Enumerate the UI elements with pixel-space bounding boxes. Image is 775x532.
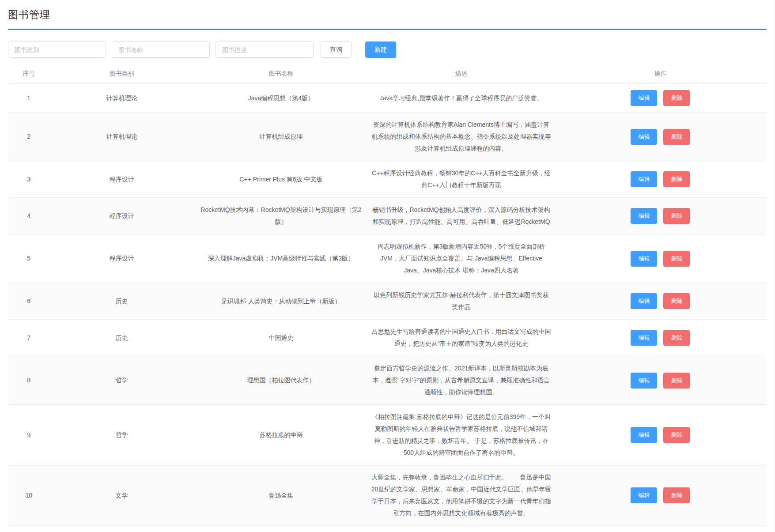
- column-header-1: 图书类别: [49, 64, 193, 84]
- row-book-name: Java编程思想（第4版）: [194, 84, 368, 113]
- row-category: 程序设计: [49, 198, 193, 234]
- delete-button[interactable]: 删除: [663, 171, 690, 187]
- row-actions: 编辑删除: [554, 84, 767, 113]
- row-book-name: 苏格拉底的申辩: [194, 405, 368, 465]
- table-row: 8哲学理想国（柏拉图代表作）奠定西方哲学史的源流之作。2021新译本，以斯灵斯校…: [8, 356, 767, 405]
- row-seq: 6: [8, 283, 49, 320]
- row-seq: 8: [8, 356, 49, 405]
- column-header-0: 序号: [8, 64, 49, 84]
- row-category: 计算机理论: [49, 113, 193, 161]
- delete-button[interactable]: 删除: [663, 251, 690, 267]
- row-seq: 1: [8, 84, 49, 113]
- row-book-name: 鲁迅全集: [194, 465, 368, 526]
- category-filter-input[interactable]: [8, 42, 106, 58]
- table-row: 3程序设计C++ Primer Plus 第6版 中文版C++程序设计经典教程，…: [8, 161, 767, 198]
- edit-button[interactable]: 编辑: [631, 90, 657, 106]
- row-description: 以色列新锐历史学家尤瓦尔·赫拉利代表作，第十届文津图书奖获奖作品: [368, 283, 554, 320]
- edit-button[interactable]: 编辑: [631, 330, 657, 346]
- toolbar: 查询 新建: [8, 42, 767, 58]
- row-category: 哲学: [49, 405, 193, 465]
- row-description: 大师全集，完整收录，鲁迅毕生之心血尽归于此。 鲁迅是中国20世纪的文学家、思想家…: [368, 465, 554, 526]
- row-book-name: 理想国（柏拉图代表作）: [194, 356, 368, 405]
- column-header-4: 操作: [554, 64, 767, 84]
- row-seq: 3: [8, 161, 49, 198]
- row-actions: 编辑删除: [554, 283, 767, 320]
- row-book-name: C++ Primer Plus 第6版 中文版: [194, 161, 368, 198]
- table-header-row: 序号图书类别图书名称描述操作: [8, 64, 767, 84]
- row-description: Java学习经典,殿堂级著作！赢得了全球程序员的广泛赞誉。: [368, 84, 554, 113]
- name-filter-input[interactable]: [112, 42, 210, 58]
- table-row: 4程序设计RocketMQ技术内幕：RocketMQ架构设计与实现原理（第2版）…: [8, 198, 767, 234]
- row-seq: 5: [8, 234, 49, 283]
- row-actions: 编辑删除: [554, 320, 767, 356]
- row-seq: 7: [8, 320, 49, 356]
- desc-filter-input[interactable]: [215, 42, 314, 58]
- row-description: 周志明虚拟机新作，第3版新增内容近50%，5个维度全面剖析JVM，大厂面试知识点…: [368, 234, 554, 283]
- delete-button[interactable]: 删除: [663, 427, 690, 443]
- row-seq: 2: [8, 113, 49, 161]
- row-description: 吕思勉先生写给普通读者的中国通史入门书，用白话文写成的中国通史，把历史从“帝王的…: [368, 320, 554, 356]
- row-book-name: 中国通史: [194, 320, 368, 356]
- title-divider: [8, 29, 767, 30]
- table-row: 1计算机理论Java编程思想（第4版）Java学习经典,殿堂级著作！赢得了全球程…: [8, 84, 767, 113]
- row-category: 历史: [49, 283, 193, 320]
- row-category: 历史: [49, 320, 193, 356]
- books-table: 序号图书类别图书名称描述操作 1计算机理论Java编程思想（第4版）Java学习…: [8, 64, 767, 526]
- row-category: 程序设计: [49, 161, 193, 198]
- row-category: 哲学: [49, 356, 193, 405]
- row-seq: 10: [8, 465, 49, 526]
- table-row: 2计算机理论计算机组成原理资深的计算机体系结构教育家Alan Clements博…: [8, 113, 767, 161]
- search-button[interactable]: 查询: [321, 42, 352, 58]
- row-actions: 编辑删除: [554, 356, 767, 405]
- table-row: 5程序设计深入理解Java虚拟机：JVM高级特性与实践（第3版）周志明虚拟机新作…: [8, 234, 767, 283]
- delete-button[interactable]: 删除: [663, 208, 690, 224]
- row-category: 文学: [49, 465, 193, 526]
- table-row: 6历史见识城邦·人类简史：从动物到上帝（新版）以色列新锐历史学家尤瓦尔·赫拉利代…: [8, 283, 767, 320]
- edit-button[interactable]: 编辑: [631, 427, 657, 443]
- edit-button[interactable]: 编辑: [631, 208, 657, 224]
- row-seq: 4: [8, 198, 49, 234]
- row-book-name: 计算机组成原理: [194, 113, 368, 161]
- column-header-2: 图书名称: [194, 64, 368, 84]
- row-category: 程序设计: [49, 234, 193, 283]
- row-book-name: 深入理解Java虚拟机：JVM高级特性与实践（第3版）: [194, 234, 368, 283]
- row-actions: 编辑删除: [554, 465, 767, 526]
- edit-button[interactable]: 编辑: [631, 251, 657, 267]
- row-actions: 编辑删除: [554, 234, 767, 283]
- table-row: 9哲学苏格拉底的申辩《柏拉图注疏集:苏格拉底的申辩》记述的是公元前399年，一个…: [8, 405, 767, 465]
- delete-button[interactable]: 删除: [663, 487, 690, 503]
- row-description: 畅销书升级，RocketMQ创始人高度评价，深入源码分析技术架构和实现原理，打造…: [368, 198, 554, 234]
- edit-button[interactable]: 编辑: [631, 129, 657, 145]
- row-description: 奠定西方哲学史的源流之作。2021新译本，以斯灵斯校勘本为底本，遵照“字对字”的…: [368, 356, 554, 405]
- table-row: 10文学鲁迅全集大师全集，完整收录，鲁迅毕生之心血尽归于此。 鲁迅是中国20世纪…: [8, 465, 767, 526]
- page-title: 图书管理: [8, 0, 767, 22]
- row-description: C++程序设计经典教程，畅销30年的C++大百科全书全新升级，经典C++入门教程…: [368, 161, 554, 198]
- table-row: 7历史中国通史吕思勉先生写给普通读者的中国通史入门书，用白话文写成的中国通史，把…: [8, 320, 767, 356]
- delete-button[interactable]: 删除: [663, 293, 690, 309]
- row-actions: 编辑删除: [554, 113, 767, 161]
- row-category: 计算机理论: [49, 84, 193, 113]
- row-description: 《柏拉图注疏集:苏格拉底的申辩》记述的是公元前399年，一个叫莫勒图斯的年轻人在…: [368, 405, 554, 465]
- row-seq: 9: [8, 405, 49, 465]
- delete-button[interactable]: 删除: [663, 330, 690, 346]
- delete-button[interactable]: 删除: [663, 373, 690, 389]
- book-management-page: 图书管理 查询 新建 序号图书类别图书名称描述操作 1计算机理论Java编程思想…: [0, 0, 775, 532]
- row-actions: 编辑删除: [554, 161, 767, 198]
- delete-button[interactable]: 删除: [663, 129, 690, 145]
- row-actions: 编辑删除: [554, 405, 767, 465]
- edit-button[interactable]: 编辑: [631, 373, 657, 389]
- row-description: 资深的计算机体系结构教育家Alan Clements博士编写，涵盖计算机系统的组…: [368, 113, 554, 161]
- row-book-name: 见识城邦·人类简史：从动物到上帝（新版）: [194, 283, 368, 320]
- delete-button[interactable]: 删除: [663, 90, 690, 106]
- edit-button[interactable]: 编辑: [631, 171, 657, 187]
- row-actions: 编辑删除: [554, 198, 767, 234]
- edit-button[interactable]: 编辑: [631, 293, 657, 309]
- column-header-3: 描述: [368, 64, 554, 84]
- edit-button[interactable]: 编辑: [631, 487, 657, 503]
- create-button[interactable]: 新建: [365, 42, 396, 58]
- row-book-name: RocketMQ技术内幕：RocketMQ架构设计与实现原理（第2版）: [194, 198, 368, 234]
